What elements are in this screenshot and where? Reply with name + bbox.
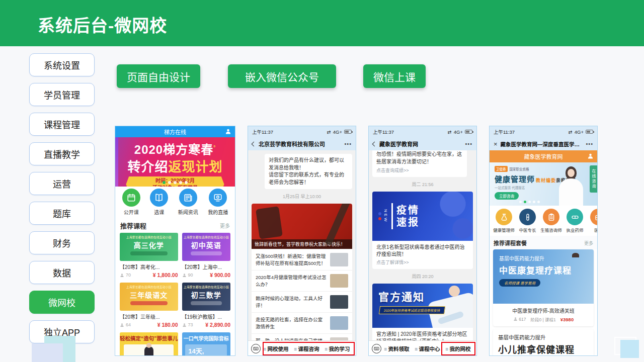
more-options-icon[interactable]: ••• [465, 141, 472, 147]
carousel-dot[interactable] [185, 181, 188, 184]
message-link[interactable]: 点击查询成绩>> [376, 167, 463, 174]
decor-dot [378, 217, 381, 220]
close-icon[interactable]: × [494, 140, 498, 148]
more-options-icon[interactable]: ••• [344, 141, 352, 147]
course-cover: 上海家长都在选择的在线互动小班 初中英语 [182, 233, 231, 261]
carousel-dot[interactable] [533, 201, 535, 203]
article-feature-image[interactable]: 致辞新春佳节，芸学教育恭祝大家新年快乐！ [252, 204, 352, 249]
battery-icon [465, 130, 472, 134]
carousel-dots[interactable] [490, 201, 569, 203]
sidebar-item-live-teaching[interactable]: 直播教学 [29, 142, 95, 165]
category-reproduction-consultant[interactable]: 生殖咨询师 [539, 209, 563, 233]
course-card[interactable]: 上海家长都在选择的在线互动小班 初中英语 【20寒】上海中... 90 ¥ 90… [182, 233, 231, 278]
sidebar-item-system-settings[interactable]: 系统设置 [29, 53, 95, 76]
article-thumbnail [330, 274, 348, 288]
sidebar-item-micro-school-active[interactable]: 微网校 [29, 291, 95, 314]
course-card[interactable]: 一口气学完国际音标 14天, [182, 332, 231, 356]
carousel-dots[interactable] [115, 181, 235, 184]
promo-banner[interactable]: 2020梯方寒春° 转介绍返现计划 时间：2020年2月 活动对象：所有学员 [115, 137, 235, 187]
course-pill: 名师授课 易学易用 [499, 279, 540, 287]
back-icon[interactable] [252, 141, 257, 146]
carousel-dot[interactable] [528, 201, 531, 203]
article-title: 北京1名新型冠状病毒患者通过中医药治疗痊愈出院！ [372, 241, 473, 259]
sidebar-item-label: 微网校 [48, 296, 75, 309]
keyboard-icon[interactable] [372, 344, 381, 353]
red-highlight-box [263, 342, 355, 355]
message-bubble: 对我们的产品有什么建议，都可以发消息给我哦！ 请您留下您的联系方式，有专业的老师… [265, 154, 352, 189]
article-message-card[interactable]: NEW 疫情 速报 北京1名新型冠状病毒患者通过中医药治疗痊愈出院！ 点击了解详… [372, 192, 473, 269]
more-options-icon[interactable]: ••• [586, 141, 593, 147]
category-health-manager[interactable]: 健康管理师 [492, 209, 516, 233]
chat-title: 藏象医学教育网 [379, 140, 462, 148]
quick-nav-choose-course[interactable]: 选课 [150, 189, 168, 216]
carousel-dot[interactable] [519, 201, 522, 203]
category-physician[interactable]: 医师 [587, 209, 597, 233]
sidebar-item-course-management[interactable]: 课程管理 [29, 113, 95, 136]
app-titlebar: 梯方在线 [115, 126, 235, 137]
sidebar-item-question-bank[interactable]: 题库 [29, 202, 95, 225]
article-list-item[interactable]: 赖床时候的心理活动，工具人好评！ [252, 291, 352, 312]
article-link[interactable]: 点击了解详情>> [372, 259, 473, 269]
category-nav-row: 健康管理师 中医专长 生殖咨询师 执业药师 医师 [490, 206, 597, 236]
feature-button-wechat-embed[interactable]: 嵌入微信公众号 [228, 64, 336, 88]
course-stats: 73 ¥ 2,890.00 [182, 322, 231, 328]
webview-navbar: × 藏象医学教育网—深度垂直医学考试培... ••• [490, 137, 597, 150]
sidebar-item-data[interactable]: 数据 [29, 261, 95, 284]
feature-button-page-design[interactable]: 页面自由设计 [117, 64, 200, 88]
feature-button-wechat-class[interactable]: 微信上课 [363, 64, 426, 88]
course-price: ¥ 2,890.00 [205, 322, 230, 328]
carousel-dot[interactable] [168, 181, 171, 184]
signal-arrows-icon: ⇄ [569, 129, 573, 135]
article-list-item[interactable]: 又涨500块钱！新通知：健康管理师补贴可在原有标准提高500元！ [252, 249, 352, 270]
menu-item-materials[interactable]: ≡资料领取 [381, 345, 412, 352]
chat-navbar: 藏象医学教育网 ••• [369, 137, 476, 150]
quick-nav-label: 选课 [154, 208, 164, 216]
keyboard-icon[interactable] [251, 344, 261, 353]
more-link[interactable]: 更多 [584, 240, 593, 246]
online-consult-tab[interactable]: 在线咨询 [590, 165, 597, 193]
carousel-dot[interactable] [179, 181, 182, 184]
carousel-dot-active[interactable] [163, 181, 166, 184]
menu-item-course-center[interactable]: ≡课程中心 [412, 345, 443, 352]
more-link[interactable]: 更多 [220, 222, 230, 229]
quick-nav-open-class[interactable]: 公开课 [122, 189, 140, 216]
column-icon [519, 209, 536, 225]
image-headline: 官方通知 [372, 284, 473, 304]
course-overline: 基层中医药能力提升 [499, 254, 594, 262]
chat-timestamp: 1月25日 早上10:00 [252, 193, 352, 200]
message-bubble: 勿恐慌！疫情期间想要安心宅在家，这些居家消毒方法要切记！ 点击查询成绩>> [372, 150, 467, 177]
page-title: 系统后台-微网校 [38, 12, 167, 37]
menu-list-icon: ≡ [415, 346, 418, 352]
hero-banner[interactable]: 卫健委 国家职业资格 健康管理师教材编委亲临授课 一站式服务 代理报名 立即咨询… [490, 162, 597, 206]
quick-nav-label: 新闻资讯 [178, 208, 198, 216]
user-profile-icon[interactable] [225, 128, 231, 135]
article-thumbnail [330, 316, 348, 330]
course-card[interactable]: 上海家长都在选择的在线互动小班 三年级语文 【20寒】三年级... 64 ¥ 1… [120, 283, 178, 328]
network-type: 4G+ [333, 129, 342, 135]
category-tcm-specialty[interactable]: 中医专长 [516, 209, 539, 233]
back-icon[interactable] [372, 141, 377, 146]
user-profile-icon[interactable] [587, 153, 594, 159]
course-package-card[interactable]: 基层中医药能力提升 中医康复理疗课程 名师授课 易学易用 中医康复理疗师-高效通… [493, 249, 594, 326]
sidebar-item-student-management[interactable]: 学员管理 [29, 83, 95, 106]
course-package-card[interactable]: 基层中医药能力提升 小儿推拿保健课程 名师授课 易学易用 [493, 329, 594, 356]
category-licensed-pharmacist[interactable]: 执业药师 [563, 209, 587, 233]
article-list-item[interactable]: 走投无路的社畜，选择在办公室激情养生 [252, 312, 352, 333]
sidebar-item-finance[interactable]: 财务 [29, 231, 95, 254]
page-title: 藏象医学教育网—深度垂直医学考试培... [501, 140, 583, 148]
quick-nav-my-live[interactable]: 我的直播 [208, 189, 228, 216]
article-message-card[interactable]: 官方通知 2020年医师资格考试延迟现场审核安排 官方通知 | 2020年医师资… [372, 284, 473, 340]
article-list-item[interactable]: 那一晚，没人知道我在自己家楼下哭到凌晨三点 [252, 333, 352, 340]
quick-nav-news[interactable]: 新闻资讯 [178, 189, 198, 216]
sidebar-item-operations[interactable]: 运营 [29, 172, 95, 195]
carousel-dot-active[interactable] [524, 201, 526, 203]
course-card[interactable]: 上海家长都在选择的在线互动小班 高三化学 【20寒】高考化... 70 ¥ 1,… [120, 233, 178, 278]
article-list-item[interactable]: 2020年4月健康管理师考试没过怎么办？ [252, 270, 352, 291]
carousel-dot[interactable] [537, 201, 540, 203]
consult-now-button[interactable]: 立即咨询 [495, 192, 519, 200]
course-card[interactable]: 轻松搞定“造句”那些事儿 [120, 332, 178, 356]
course-title: 【20寒】上海中... [182, 263, 231, 270]
carousel-dot[interactable] [174, 181, 177, 184]
course-card[interactable]: 上海家长都在选择的在线互动小班 初三数学 【19秋沪教版】... 73 ¥ 2,… [182, 283, 231, 328]
course-name: 一口气学完国际音标 [182, 332, 231, 342]
